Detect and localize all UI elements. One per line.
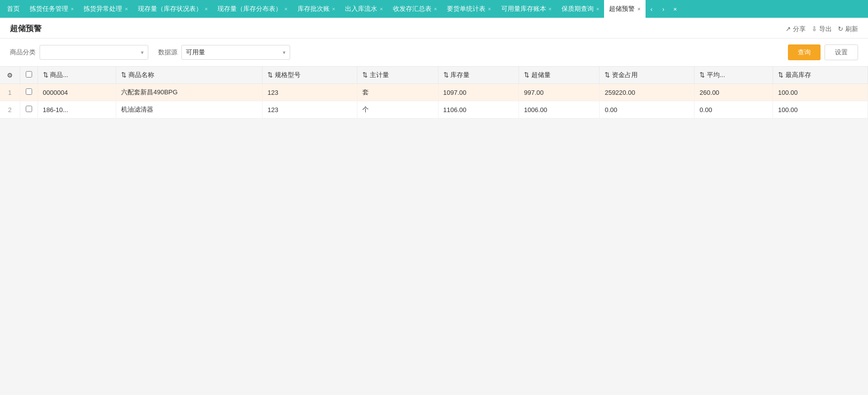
close-icon[interactable]: ×: [332, 6, 335, 12]
col-stock[interactable]: ⇅ 库存量: [438, 67, 519, 84]
sort-icon: ⇅: [362, 71, 368, 79]
datasource-select[interactable]: 可用量 ▾: [181, 45, 290, 60]
max-stock: 100.00: [773, 84, 868, 101]
sort-icon: ⇅: [699, 71, 705, 79]
col-overstock[interactable]: ⇅ 超储量: [519, 67, 599, 84]
row-number: 2: [0, 101, 20, 118]
sort-icon: ⇅: [267, 71, 273, 79]
row-checkbox-cell[interactable]: [20, 101, 38, 118]
close-icon[interactable]: ×: [205, 6, 208, 12]
avg: 0.00: [694, 101, 773, 118]
chevron-down-icon: ▾: [283, 49, 286, 56]
spec: 123: [262, 84, 357, 101]
export-icon: ⇩: [812, 25, 817, 33]
close-icon[interactable]: ×: [596, 6, 599, 12]
top-navigation: 首页 拣货任务管理 × 拣货异常处理 × 现存量（库存状况表） × 现存量（库存…: [0, 0, 868, 18]
datasource-filter-group: 数据源 可用量 ▾: [158, 45, 290, 60]
nav-next-button[interactable]: ›: [657, 0, 669, 18]
checkbox-header[interactable]: [20, 67, 38, 84]
query-button[interactable]: 查询: [788, 44, 821, 60]
refresh-button[interactable]: ↻ 刷新: [838, 25, 858, 34]
unit: 套: [357, 84, 438, 101]
row-checkbox-cell[interactable]: [20, 84, 38, 101]
nav-task-mgmt[interactable]: 拣货任务管理 ×: [25, 0, 79, 18]
sort-icon: ⇅: [121, 71, 127, 79]
nav-summary[interactable]: 收发存汇总表 ×: [388, 0, 442, 18]
datasource-label: 数据源: [158, 48, 177, 57]
row-checkbox[interactable]: [26, 106, 32, 112]
category-select[interactable]: ▾: [40, 45, 148, 60]
set-button[interactable]: 设置: [825, 44, 858, 60]
page-title: 超储预警: [10, 24, 42, 34]
col-unit[interactable]: ⇅ 主计量: [357, 67, 438, 84]
spec: 123: [262, 101, 357, 118]
nav-stock-status[interactable]: 现存量（库存状况表） ×: [133, 0, 213, 18]
export-button[interactable]: ⇩ 导出: [812, 25, 832, 34]
nav-overstock-warning[interactable]: 超储预警 ×: [604, 0, 645, 18]
unit: 个: [357, 101, 438, 118]
table-row: 2 186-10... 机油滤清器 123 个 1106.00 1006.00 …: [0, 101, 868, 118]
close-icon[interactable]: ×: [549, 6, 552, 12]
col-avg[interactable]: ⇅ 平均...: [694, 67, 773, 84]
share-button[interactable]: ↗ 分享: [785, 25, 806, 34]
nav-quality-query[interactable]: 保质期查询 ×: [557, 0, 604, 18]
sort-icon: ⇅: [524, 71, 529, 79]
data-table-container: ⚙ ⇅ 商品... ⇅ 商品名称 ⇅ 规格型号 ⇅: [0, 67, 868, 118]
nav-demand-stats[interactable]: 要货单统计表 ×: [442, 0, 496, 18]
close-icon[interactable]: ×: [284, 6, 287, 12]
nav-batch[interactable]: 库存批次账 ×: [293, 0, 340, 18]
col-goods-code[interactable]: ⇅ 商品...: [38, 67, 116, 84]
nav-inout-flow[interactable]: 出入库流水 ×: [340, 0, 388, 18]
overstock: 1006.00: [519, 101, 599, 118]
nav-prev-button[interactable]: ‹: [646, 0, 657, 18]
table-row: 1 0000004 六配套新昌490BPG 123 套 1097.00 997.…: [0, 84, 868, 101]
nav-stock-dist[interactable]: 现存量（库存分布表） ×: [213, 0, 292, 18]
col-goods-name[interactable]: ⇅ 商品名称: [116, 67, 262, 84]
goods-name: 六配套新昌490BPG: [116, 84, 262, 101]
goods-code: 0000004: [38, 84, 116, 101]
col-max-stock[interactable]: ⇅ 最高库存: [773, 67, 868, 84]
filter-area: 商品分类 ▾ 数据源 可用量 ▾ 查询 设置: [0, 39, 868, 67]
sort-icon: ⇅: [43, 71, 48, 79]
col-capital[interactable]: ⇅ 资金占用: [600, 67, 694, 84]
nav-close-button[interactable]: ×: [669, 0, 681, 18]
chevron-down-icon: ▾: [141, 49, 144, 56]
avg: 260.00: [694, 84, 773, 101]
filter-actions: 查询 设置: [788, 44, 858, 60]
share-icon: ↗: [785, 25, 791, 33]
gear-icon: ⚙: [7, 72, 13, 79]
close-icon[interactable]: ×: [488, 6, 491, 12]
page-header: 超储预警 ↗ 分享 ⇩ 导出 ↻ 刷新: [0, 18, 868, 39]
close-icon[interactable]: ×: [380, 6, 383, 12]
row-number: 1: [0, 84, 20, 101]
close-icon[interactable]: ×: [637, 6, 640, 12]
goods-name: 机油滤清器: [116, 101, 262, 118]
table-header-row: ⚙ ⇅ 商品... ⇅ 商品名称 ⇅ 规格型号 ⇅: [0, 67, 868, 84]
overstock-table: ⚙ ⇅ 商品... ⇅ 商品名称 ⇅ 规格型号 ⇅: [0, 67, 868, 118]
overstock: 997.00: [519, 84, 599, 101]
datasource-value: 可用量: [186, 48, 205, 57]
sort-icon: ⇅: [778, 71, 783, 79]
capital: 0.00: [600, 101, 694, 118]
refresh-icon: ↻: [838, 25, 843, 33]
select-all-checkbox[interactable]: [26, 71, 32, 78]
category-label: 商品分类: [10, 48, 36, 57]
sort-icon: ⇅: [605, 71, 610, 79]
capital: 259220.00: [600, 84, 694, 101]
col-spec[interactable]: ⇅ 规格型号: [262, 67, 357, 84]
nav-home[interactable]: 首页: [2, 0, 25, 18]
stock: 1097.00: [438, 84, 519, 101]
close-icon[interactable]: ×: [125, 6, 128, 12]
settings-header[interactable]: ⚙: [0, 67, 20, 84]
header-actions: ↗ 分享 ⇩ 导出 ↻ 刷新: [785, 25, 858, 34]
nav-exception[interactable]: 拣货异常处理 ×: [79, 0, 132, 18]
sort-icon: ⇅: [443, 71, 449, 79]
close-icon[interactable]: ×: [434, 6, 437, 12]
close-icon[interactable]: ×: [71, 6, 74, 12]
nav-available-ledger[interactable]: 可用量库存账本 ×: [496, 0, 557, 18]
row-checkbox[interactable]: [26, 88, 32, 95]
stock: 1106.00: [438, 101, 519, 118]
goods-code: 186-10...: [38, 101, 116, 118]
category-filter-group: 商品分类 ▾: [10, 45, 148, 60]
max-stock: 100.00: [773, 101, 868, 118]
